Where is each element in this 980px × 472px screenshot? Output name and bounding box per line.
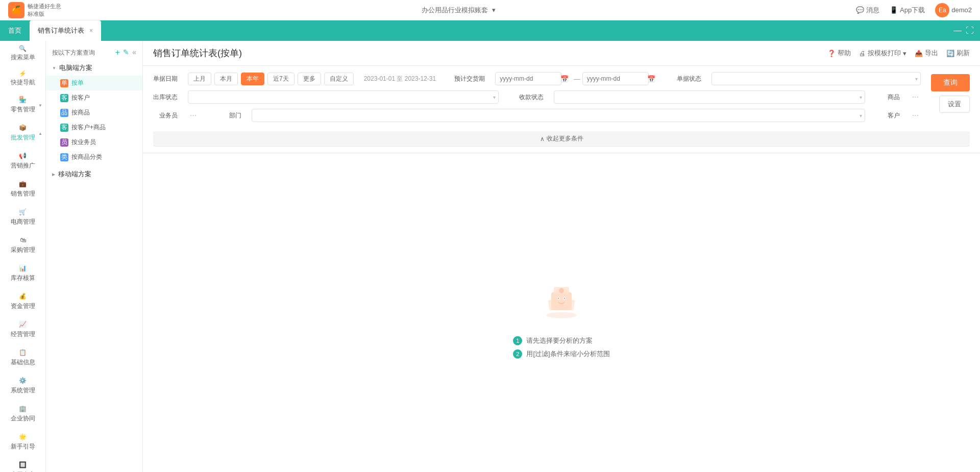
salesman-dots-btn[interactable]: ···: [188, 111, 199, 120]
help-icon: ❓: [827, 50, 836, 57]
customer-dots-btn[interactable]: ···: [910, 111, 921, 120]
enterprise-icon: 🏢: [19, 405, 27, 412]
logo-text: 畅捷通好生意 标准版: [28, 3, 61, 17]
sidebar-item-system[interactable]: ⚙️ 系统管理: [0, 372, 45, 400]
top-bar: 🍊 畅捷通好生意 标准版 办公用品行业模拟账套 ▾ 💬 消息 📱 App下载 E…: [0, 0, 980, 20]
export-btn[interactable]: 📤 导出: [915, 49, 938, 58]
sidebar-item-ecommerce[interactable]: 🛒 电商管理: [0, 203, 45, 231]
settings-button[interactable]: 设置: [939, 96, 970, 113]
content-area: 按以下方案查询 + ✎ « ▼ 电脑端方案 单 按单 客 按客户: [46, 41, 980, 472]
user-menu[interactable]: Ea demo2: [935, 3, 972, 17]
date-to-input[interactable]: [582, 72, 649, 85]
filter-row-3: 业务员 ··· 部门 ▾ 客户: [153, 109, 921, 122]
last7-btn[interactable]: 近7天: [267, 73, 295, 85]
marketing-icon: 📢: [19, 152, 27, 159]
product-dots-btn[interactable]: ···: [910, 92, 921, 102]
right-main: 销售订单统计表(按单) ❓ 帮助 🖨 按模板打印 ▾ 📤: [143, 41, 980, 472]
sidebar-item-newbie[interactable]: 🌟 新手引导: [0, 428, 45, 456]
sidebar-item-wholesale[interactable]: 📦 批发管理: [0, 119, 45, 147]
tab-bar-actions: — ⛶: [953, 26, 980, 35]
maximize-icon[interactable]: ⛶: [966, 26, 974, 35]
scheme-icon-cust-prod: 客: [60, 124, 68, 132]
sidebar-item-enterprise[interactable]: 🏢 企业协同: [0, 400, 45, 428]
empty-tip-1: 1 请先选择要分析的方案: [513, 336, 609, 345]
empty-illustration: [531, 267, 592, 328]
minimize-icon[interactable]: —: [953, 26, 962, 35]
sidebar-item-purchase[interactable]: 🛍 采购管理: [0, 231, 45, 259]
sidebar-item-inventory[interactable]: 📊 库存核算: [0, 259, 45, 288]
collapse-text: ∧ 收起更多条件: [540, 134, 583, 143]
collapse-bar[interactable]: ∧ 收起更多条件: [153, 131, 970, 147]
sidebar-item-marketing[interactable]: 📢 营销推广: [0, 147, 45, 175]
dept-label: 部门: [225, 111, 246, 120]
custom-btn[interactable]: 自定义: [324, 73, 354, 85]
date-from-wrapper: 📅: [495, 72, 572, 85]
date-from-input[interactable]: [495, 72, 561, 85]
app-download-btn[interactable]: 📱 App下载: [890, 6, 925, 15]
tab-close-icon[interactable]: ×: [89, 27, 93, 34]
date-buttons: 上月 本月 本年 近7天 更多 自定义: [188, 73, 354, 85]
page-header-top: 销售订单统计表(按单) ❓ 帮助 🖨 按模板打印 ▾ 📤: [153, 47, 970, 59]
svg-rect-1: [551, 292, 572, 310]
search-button[interactable]: 查询: [931, 74, 970, 91]
svg-point-8: [558, 298, 559, 299]
expected-date-range: 📅 — 📅: [495, 72, 658, 85]
top-bar-left: 🍊 畅捷通好生意 标准版: [8, 2, 61, 18]
status-select[interactable]: [712, 72, 921, 85]
tree-item-by-salesman[interactable]: 员 按业务员: [46, 135, 142, 150]
tree-pc-section[interactable]: ▼ 电脑端方案: [46, 60, 142, 76]
dept-select[interactable]: [252, 109, 865, 122]
out-status-select-wrapper: ▾: [188, 90, 499, 104]
help-btn[interactable]: ❓ 帮助: [827, 49, 851, 58]
refresh-btn[interactable]: 🔄 刷新: [946, 49, 970, 58]
more-btn[interactable]: 更多: [298, 73, 321, 85]
sidebar-item-basic[interactable]: 📋 基础信息: [0, 344, 45, 372]
sidebar-search[interactable]: 🔍 搜索菜单: [0, 41, 45, 66]
empty-tip-2: 2 用[过滤]条件来缩小分析范围: [513, 349, 609, 359]
apps-icon: 🔲: [19, 461, 27, 468]
receive-status-select-wrapper: ▾: [554, 90, 865, 104]
tab-home[interactable]: 首页: [0, 20, 30, 41]
tree-item-by-customer-product[interactable]: 客 按客户+商品: [46, 120, 142, 135]
sidebar-quick-nav[interactable]: ⚡ 快捷导航: [0, 66, 45, 91]
edit-scheme-btn[interactable]: ✎: [123, 48, 129, 57]
svg-point-0: [546, 312, 577, 318]
sidebar-item-finance[interactable]: 💰 资金管理: [0, 288, 45, 316]
mobile-expand-icon: ▶: [52, 172, 55, 177]
scheme-icon-customer: 客: [60, 94, 68, 102]
message-btn[interactable]: 💬 消息: [856, 6, 879, 15]
svg-point-9: [564, 298, 565, 299]
quick-nav-icon: ⚡: [19, 70, 27, 77]
left-panel-title: 按以下方案查询 + ✎ «: [46, 45, 142, 60]
out-status-select[interactable]: [188, 90, 499, 104]
empty-tips: 1 请先选择要分析的方案 2 用[过滤]条件来缩小分析范围: [513, 336, 609, 359]
tab-sales-order-stats[interactable]: 销售订单统计表 ×: [30, 20, 101, 41]
print-btn[interactable]: 🖨 按模板打印 ▾: [859, 49, 906, 58]
this-year-btn[interactable]: 本年: [241, 73, 264, 85]
status-select-wrapper: ▾: [712, 72, 921, 85]
workspace-selector[interactable]: 办公用品行业模拟账套 ▾: [422, 6, 496, 15]
collapse-up-icon: ∧: [540, 135, 545, 143]
sales-icon: 💼: [19, 180, 27, 187]
expand-icon: ▼: [52, 66, 56, 70]
sidebar-item-apps[interactable]: 🔲 应用中心: [0, 456, 45, 472]
tree-item-by-order[interactable]: 单 按单: [46, 76, 142, 90]
sidebar-item-retail[interactable]: 🏪 零售管理: [0, 91, 45, 119]
tree-item-by-product[interactable]: 品 按商品: [46, 105, 142, 120]
tree-mobile-section[interactable]: ▶ 移动端方案: [46, 167, 142, 182]
scheme-icon-order: 单: [60, 79, 68, 87]
status-label: 单据状态: [677, 75, 705, 83]
sidebar-item-operation[interactable]: 📈 经营管理: [0, 316, 45, 344]
add-scheme-btn[interactable]: +: [115, 48, 120, 57]
prev-month-btn[interactable]: 上月: [188, 73, 211, 85]
this-month-btn[interactable]: 本月: [214, 73, 238, 85]
tree-item-by-customer[interactable]: 客 按客户: [46, 90, 142, 105]
top-bar-right: 💬 消息 📱 App下载 Ea demo2: [856, 3, 972, 17]
newbie-icon: 🌟: [19, 433, 27, 440]
tree-item-by-category[interactable]: 类 按商品分类: [46, 150, 142, 164]
collapse-panel-btn[interactable]: «: [132, 48, 136, 57]
search-icon: 🔍: [19, 45, 27, 52]
print-arrow-icon: ▾: [903, 50, 906, 57]
sidebar-item-sales[interactable]: 💼 销售管理: [0, 175, 45, 203]
receive-status-select[interactable]: [554, 90, 865, 104]
